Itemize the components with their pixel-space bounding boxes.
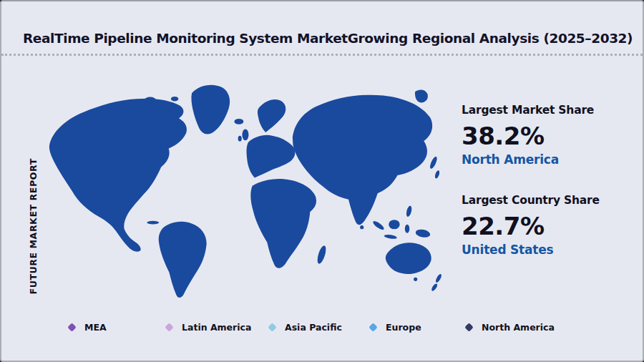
stat-value: 38.2% <box>462 122 630 150</box>
legend-marker-icon <box>464 323 474 332</box>
legend-item-latin-america: Latin America <box>166 322 251 333</box>
legend-label: Europe <box>386 322 421 333</box>
infographic-page: RealTime Pipeline Monitoring System Mark… <box>0 0 644 362</box>
legend-label: Latin America <box>182 322 251 333</box>
legend-label: Asia Pacific <box>285 322 342 333</box>
legend-label: MEA <box>84 322 107 333</box>
stat-largest-market-share: Largest Market Share 38.2% North America <box>462 104 630 167</box>
legend-marker-icon <box>369 323 378 332</box>
world-map-svg <box>43 66 445 302</box>
legend-marker-icon <box>268 323 277 332</box>
stat-region: United States <box>462 243 630 257</box>
legend-item-north-america: North America <box>466 322 555 333</box>
stat-label: Largest Market Share <box>462 104 630 117</box>
legend-item-asia-pacific: Asia Pacific <box>269 322 342 333</box>
map-land-shapes <box>49 85 443 298</box>
legend-marker-icon <box>165 323 174 332</box>
dotted-divider <box>1 54 643 56</box>
legend: MEA Latin America Asia Pacific Europe No… <box>1 322 644 339</box>
legend-item-europe: Europe <box>370 322 421 333</box>
brand-watermark: FUTURE MARKET REPORT <box>28 166 39 295</box>
stats-column: Largest Market Share 38.2% North America… <box>462 104 630 284</box>
stat-value: 22.7% <box>462 212 630 240</box>
world-map <box>43 66 445 302</box>
legend-marker-icon <box>67 323 77 332</box>
legend-item-mea: MEA <box>69 322 107 333</box>
stat-region: North America <box>462 152 630 167</box>
legend-label: North America <box>482 322 555 333</box>
page-title: RealTime Pipeline Monitoring System Mark… <box>23 31 633 46</box>
stat-largest-country-share: Largest Country Share 22.7% United State… <box>462 194 630 257</box>
stat-label: Largest Country Share <box>462 194 630 207</box>
